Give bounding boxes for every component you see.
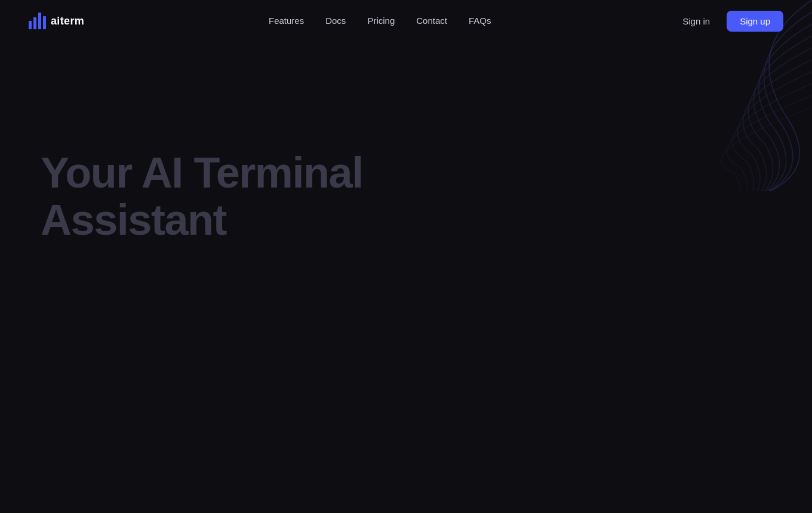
nav-item-pricing: Pricing: [367, 16, 395, 26]
logo-link[interactable]: aiterm: [29, 13, 84, 29]
nav-links: Features Docs Pricing Contact FAQs: [269, 16, 491, 26]
navbar: aiterm Features Docs Pricing Contact FAQ…: [0, 0, 812, 42]
hero-section: Your AI Terminal Assistant: [0, 42, 812, 244]
signup-button[interactable]: Sign up: [727, 11, 783, 32]
nav-link-pricing[interactable]: Pricing: [367, 16, 395, 26]
logo-bar-1: [29, 21, 32, 29]
signin-button[interactable]: Sign in: [675, 11, 717, 31]
nav-actions: Sign in Sign up: [675, 11, 783, 32]
nav-link-features[interactable]: Features: [269, 16, 304, 26]
logo-bar-2: [33, 17, 36, 29]
nav-link-docs[interactable]: Docs: [325, 16, 346, 26]
nav-item-features: Features: [269, 16, 304, 26]
nav-item-faqs: FAQs: [469, 16, 491, 26]
nav-item-docs: Docs: [325, 16, 346, 26]
hero-title-line1: Your AI Terminal: [41, 149, 399, 196]
logo-bar-4: [43, 16, 46, 29]
nav-item-contact: Contact: [416, 16, 447, 26]
logo-text: aiterm: [51, 15, 84, 27]
hero-title-line2: Assistant: [41, 196, 399, 244]
nav-link-faqs[interactable]: FAQs: [469, 16, 491, 26]
logo-bar-3: [38, 13, 41, 29]
nav-link-contact[interactable]: Contact: [416, 16, 447, 26]
logo-icon: [29, 13, 46, 29]
hero-title: Your AI Terminal Assistant: [41, 149, 399, 244]
